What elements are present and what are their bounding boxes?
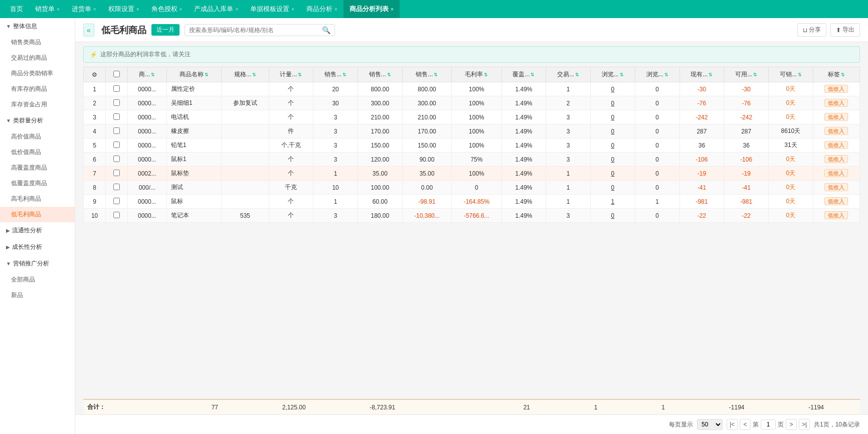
row-checkbox[interactable]: [106, 153, 128, 167]
col-settings[interactable]: ⚙: [84, 67, 106, 82]
col-saleable[interactable]: 可销...⇅: [769, 67, 813, 82]
sidebar-group-cluster[interactable]: ▼ 类群量分析: [0, 112, 75, 129]
col-coverage[interactable]: 覆盖...⇅: [501, 67, 546, 82]
sidebar-item-stock-capital[interactable]: 库存资金占用: [0, 97, 75, 112]
row-checkbox[interactable]: [106, 167, 128, 181]
row-checkbox[interactable]: [106, 138, 128, 153]
col-trade[interactable]: 交易...⇅: [546, 67, 591, 82]
row-select-checkbox[interactable]: [113, 184, 120, 190]
col-gross-rate[interactable]: 毛利率⇅: [452, 67, 501, 82]
row-browse1[interactable]: 1: [591, 195, 635, 209]
row-browse1[interactable]: 0: [591, 167, 635, 181]
first-page-button[interactable]: |<: [727, 419, 738, 430]
prev-page-button[interactable]: <: [740, 419, 751, 430]
row-select-checkbox[interactable]: [113, 156, 120, 162]
nav-template-settings[interactable]: 单据模板设置 ×: [244, 0, 300, 18]
sidebar-item-low-margin[interactable]: 低毛利商品: [0, 207, 75, 222]
sidebar-group-marketing[interactable]: ▼ 营销推广分析: [0, 255, 75, 272]
row-select-checkbox[interactable]: [113, 85, 120, 92]
nav-purchase-order[interactable]: 进货单 ×: [66, 0, 102, 18]
row-select-checkbox[interactable]: [113, 212, 120, 218]
nav-close-icon[interactable]: ×: [235, 7, 238, 12]
sidebar-item-all-products[interactable]: 全部商品: [0, 272, 75, 287]
row-checkbox[interactable]: [106, 124, 128, 138]
row-select-checkbox[interactable]: [113, 99, 120, 106]
col-code[interactable]: 商...⇅: [127, 67, 166, 82]
nav-home[interactable]: 首页: [4, 0, 29, 18]
export-button[interactable]: ⬆ 导出: [830, 23, 860, 37]
sidebar-item-low-value[interactable]: 低价值商品: [0, 144, 75, 160]
row-browse1[interactable]: 0: [591, 153, 635, 167]
row-checkbox[interactable]: [106, 82, 128, 96]
sidebar-item-high-coverage[interactable]: 高覆盖度商品: [0, 160, 75, 176]
row-checkbox[interactable]: [106, 209, 128, 223]
col-unit[interactable]: 计量...⇅: [269, 67, 313, 82]
page-number-input[interactable]: [761, 419, 776, 429]
nav-roles[interactable]: 角色授权 ×: [145, 0, 189, 18]
per-page-select[interactable]: 10 20 50 100: [697, 419, 723, 430]
nav-close-icon[interactable]: ×: [334, 7, 337, 12]
row-checkbox[interactable]: [106, 181, 128, 195]
next-page-button[interactable]: >: [786, 419, 797, 430]
row-checkbox[interactable]: [106, 96, 128, 110]
row-browse1[interactable]: 0: [591, 96, 635, 110]
nav-close-icon[interactable]: ×: [57, 7, 60, 12]
nav-close-icon[interactable]: ×: [93, 7, 96, 12]
table-wrapper[interactable]: ⚙ 商...⇅ 商品名称⇅ 规格...⇅ 计量...⇅ 销售...⇅ 销售...…: [83, 67, 860, 399]
last-page-button[interactable]: >|: [799, 419, 810, 430]
row-select-checkbox[interactable]: [113, 170, 120, 176]
col-available[interactable]: 可用...⇅: [724, 67, 769, 82]
row-unit: 件: [269, 124, 313, 138]
nav-product-analysis-list[interactable]: 商品分析列表 ×: [343, 0, 400, 18]
col-browse2[interactable]: 浏览...⇅: [635, 67, 679, 82]
nav-product-analysis[interactable]: 商品分析 ×: [300, 0, 343, 18]
col-sales-price[interactable]: 销售...⇅: [358, 67, 402, 82]
warning-banner: ⚡ 这部分商品的利润非常低，请关注: [83, 46, 860, 63]
col-spec[interactable]: 规格...⇅: [221, 67, 269, 82]
col-checkbox[interactable]: [106, 67, 128, 82]
row-code: 0000...: [127, 153, 166, 167]
row-browse1[interactable]: 0: [591, 82, 635, 96]
col-tag[interactable]: 标签⇅: [813, 67, 859, 82]
sidebar-group-growth[interactable]: ▶ 成长性分析: [0, 239, 75, 255]
col-stock[interactable]: 现有...⇅: [679, 67, 724, 82]
sidebar-item-traded-products[interactable]: 交易过的商品: [0, 50, 75, 66]
sidebar-item-high-value[interactable]: 高价值商品: [0, 129, 75, 144]
sidebar-group-overall[interactable]: ▼ 整体信息: [0, 18, 75, 35]
nav-close-icon[interactable]: ×: [391, 7, 394, 12]
row-checkbox[interactable]: [106, 195, 128, 209]
col-sales-qty[interactable]: 销售...⇅: [313, 67, 358, 82]
nav-close-icon[interactable]: ×: [180, 7, 183, 12]
sidebar-item-low-coverage[interactable]: 低覆盖度商品: [0, 176, 75, 191]
share-button[interactable]: ⊔ 分享: [797, 23, 826, 37]
sidebar-item-sales-products[interactable]: 销售类商品: [0, 35, 75, 50]
search-input[interactable]: [189, 27, 322, 34]
row-browse1[interactable]: 0: [591, 110, 635, 124]
sidebar-group-circulation[interactable]: ▶ 流通性分析: [0, 222, 75, 239]
row-browse1[interactable]: 0: [591, 138, 635, 153]
col-name[interactable]: 商品名称⇅: [166, 67, 221, 82]
select-all-checkbox[interactable]: [113, 71, 120, 77]
sidebar-item-stocked-products[interactable]: 有库存的商品: [0, 81, 75, 97]
nav-sales-order[interactable]: 销货单 ×: [29, 0, 66, 18]
row-name: 测试: [166, 181, 221, 195]
row-browse1[interactable]: 0: [591, 209, 635, 223]
sidebar-collapse-button[interactable]: «: [83, 24, 94, 37]
nav-close-icon[interactable]: ×: [291, 7, 294, 12]
sidebar-item-category-rate[interactable]: 商品分类助销率: [0, 66, 75, 81]
nav-permissions[interactable]: 权限设置 ×: [102, 0, 145, 18]
col-sales-amount[interactable]: 销售...⇅: [402, 67, 451, 82]
row-select-checkbox[interactable]: [113, 141, 120, 148]
sidebar-item-new-products[interactable]: 新品: [0, 287, 75, 303]
row-select-checkbox[interactable]: [113, 113, 120, 120]
sidebar-item-high-margin[interactable]: 高毛利商品: [0, 191, 75, 207]
row-checkbox[interactable]: [106, 110, 128, 124]
nav-close-icon[interactable]: ×: [136, 7, 139, 12]
row-select-checkbox[interactable]: [113, 127, 120, 134]
col-browse1[interactable]: 浏览...⇅: [591, 67, 635, 82]
row-select-checkbox[interactable]: [113, 198, 120, 204]
row-browse1[interactable]: 0: [591, 181, 635, 195]
row-browse1[interactable]: 0: [591, 124, 635, 138]
nav-product-entry[interactable]: 产成品入库单 ×: [188, 0, 244, 18]
date-filter-button[interactable]: 近一月: [151, 24, 180, 36]
